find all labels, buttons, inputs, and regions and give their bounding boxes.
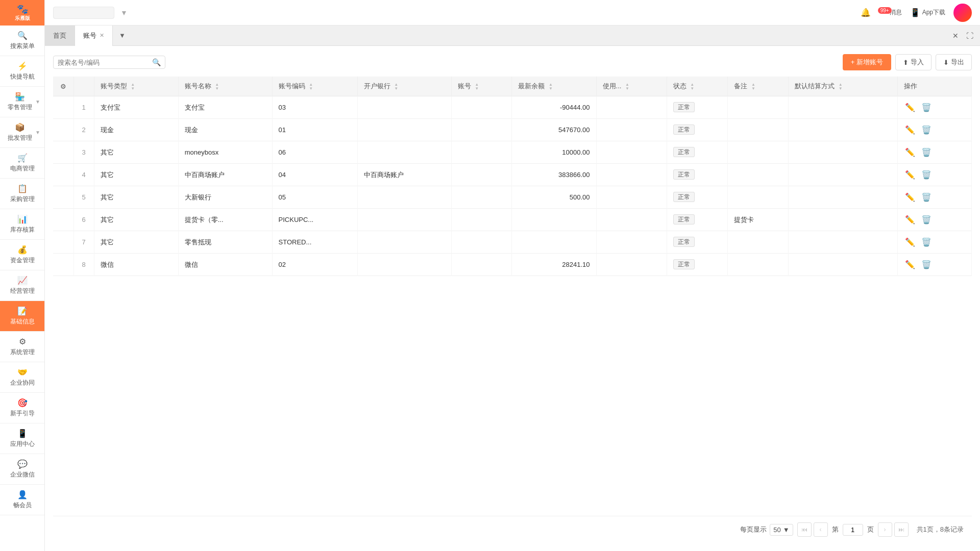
row-code: 05 <box>272 186 357 209</box>
sidebar-item-retail[interactable]: 🏪 零售管理 ▼ <box>0 87 44 117</box>
sidebar-item-label: 系统管理 <box>10 348 35 357</box>
page-number-input[interactable] <box>843 524 863 536</box>
sidebar-item-basic-info[interactable]: 📝 基础信息 <box>0 301 44 332</box>
search-input[interactable] <box>58 59 152 66</box>
sidebar-item-system[interactable]: ⚙ 系统管理 <box>0 332 44 362</box>
edit-button[interactable]: ✏️ <box>904 124 916 136</box>
pagination: 每页显示 50 ▼ ⏮ ‹ 第 页 › ⏭ 共1页，8条记录 <box>53 516 972 543</box>
last-page-button[interactable]: ⏭ <box>894 522 909 537</box>
code-column-header[interactable]: 账号编码 ▲▼ <box>272 77 357 96</box>
delete-button[interactable]: 🗑️ <box>920 259 933 270</box>
close-window-button[interactable]: ✕ <box>949 30 962 42</box>
delete-button[interactable]: 🗑️ <box>920 146 933 158</box>
edit-button[interactable]: ✏️ <box>904 191 916 203</box>
edit-button[interactable]: ✏️ <box>904 259 916 270</box>
tab-account[interactable]: 账号 ✕ <box>75 26 113 46</box>
row-settlement <box>789 96 898 119</box>
sort-icon: ▲▼ <box>215 83 219 91</box>
retail-icon: 🏪 <box>15 92 25 102</box>
tabbar: 首页 账号 ✕ ▼ ✕ ⛶ <box>45 26 980 46</box>
content-area: 🔍 + 新增账号 ⬆ 导入 ⬇ 导出 ⚙ <box>45 46 980 551</box>
sidebar-item-member[interactable]: 👤 畅会员 <box>0 485 44 515</box>
sidebar-item-inventory[interactable]: 📊 库存核算 <box>0 209 44 240</box>
page-navigation: ⏮ ‹ 第 页 › ⏭ <box>797 522 909 537</box>
table-row: 5 其它 大新银行 05 500.00 正常 ✏️ 🗑️ <box>53 186 972 209</box>
row-type: 其它 <box>94 231 178 254</box>
delete-button[interactable]: 🗑️ <box>920 214 933 226</box>
sidebar-item-label: 经营管理 <box>10 287 35 295</box>
row-index: 4 <box>74 164 94 186</box>
row-code: 03 <box>272 96 357 119</box>
sidebar-item-collab[interactable]: 🤝 企业协同 <box>0 362 44 393</box>
edit-button[interactable]: ✏️ <box>904 236 916 248</box>
balance-column-header[interactable]: 最新余额 ▲▼ <box>512 77 596 96</box>
edit-button[interactable]: ✏️ <box>904 214 916 226</box>
sidebar-item-label: 零售管理 <box>8 103 32 112</box>
row-actions: ✏️ 🗑️ <box>898 119 972 141</box>
edit-button[interactable]: ✏️ <box>904 169 916 181</box>
first-page-button[interactable]: ⏮ <box>797 522 812 537</box>
bizwechat-icon: 💬 <box>17 459 28 469</box>
type-column-header[interactable]: 账号类型 ▲▼ <box>94 77 178 96</box>
operations-icon: 📈 <box>17 276 28 285</box>
sidebar: 🐾 乐雁版 🔍 搜索菜单 ⚡ 快捷导航 🏪 零售管理 ▼ 📦 批发管理 ▼ 🛒 … <box>0 0 45 551</box>
export-button[interactable]: ⬇ 导出 <box>936 54 972 70</box>
edit-button[interactable]: ✏️ <box>904 146 916 158</box>
app-icon: 📱 <box>910 8 920 17</box>
prev-page-button[interactable]: ‹ <box>814 522 828 537</box>
ecommerce-icon: 🛒 <box>17 153 28 163</box>
row-balance: -90444.00 <box>512 96 596 119</box>
sidebar-item-wholesale[interactable]: 📦 批发管理 ▼ <box>0 117 44 148</box>
close-tab-icon[interactable]: ✕ <box>100 32 104 39</box>
account-column-header[interactable]: 账号 ▲▼ <box>451 77 512 96</box>
sidebar-item-guide[interactable]: 🎯 新手引导 <box>0 393 44 423</box>
app-download-button[interactable]: 📱 App下载 <box>910 8 945 17</box>
row-note <box>728 119 789 141</box>
sidebar-item-operations[interactable]: 📈 经营管理 <box>0 270 44 301</box>
delete-button[interactable]: 🗑️ <box>920 102 933 113</box>
sidebar-item-appcenter[interactable]: 📱 应用中心 <box>0 423 44 454</box>
delete-button[interactable]: 🗑️ <box>920 124 933 136</box>
tab-home[interactable]: 首页 <box>45 26 75 46</box>
row-usage <box>596 186 667 209</box>
settlement-column-header[interactable]: 默认结算方式 ▲▼ <box>789 77 898 96</box>
collab-icon: 🤝 <box>17 367 28 377</box>
status-column-header[interactable]: 状态 ▲▼ <box>667 77 728 96</box>
next-page-button[interactable]: › <box>878 522 892 537</box>
sidebar-item-purchase[interactable]: 📋 采购管理 <box>0 179 44 209</box>
row-usage <box>596 209 667 231</box>
sidebar-item-finance[interactable]: 💰 资金管理 <box>0 240 44 270</box>
row-gear <box>53 186 74 209</box>
notification-button[interactable]: 🔔 99+ 消息 <box>861 8 902 17</box>
sidebar-item-search[interactable]: 🔍 搜索菜单 <box>0 26 44 56</box>
import-button[interactable]: ⬆ 导入 <box>895 54 932 70</box>
maximize-button[interactable]: ⛶ <box>964 30 976 42</box>
settings-column-header[interactable]: ⚙ <box>53 77 74 96</box>
sidebar-item-quicknav[interactable]: ⚡ 快捷导航 <box>0 56 44 87</box>
usage-column-header[interactable]: 使用... ▲▼ <box>596 77 667 96</box>
row-gear <box>53 231 74 254</box>
sidebar-item-ecommerce[interactable]: 🛒 电商管理 <box>0 148 44 179</box>
delete-button[interactable]: 🗑️ <box>920 191 933 203</box>
row-code: 02 <box>272 254 357 276</box>
row-name: 提货卡（零... <box>178 209 272 231</box>
page-size-dropdown[interactable]: 50 ▼ <box>770 524 793 536</box>
edit-button[interactable]: ✏️ <box>904 102 916 113</box>
row-status: 正常 <box>667 209 728 231</box>
sort-icon: ▲▼ <box>751 83 755 91</box>
note-column-header[interactable]: 备注 ▲▼ <box>728 77 789 96</box>
tab-expand-button[interactable]: ▼ <box>113 26 132 46</box>
wholesale-content: 📦 批发管理 <box>4 122 35 142</box>
sidebar-item-bizwechat[interactable]: 💬 企业微信 <box>0 454 44 485</box>
topbar-search-input[interactable] <box>59 9 110 16</box>
dropdown-icon[interactable]: ▼ <box>120 9 128 17</box>
add-account-button[interactable]: + 新增账号 <box>843 54 891 70</box>
row-bank <box>357 96 451 119</box>
system-icon: ⚙ <box>19 337 26 346</box>
delete-button[interactable]: 🗑️ <box>920 169 933 181</box>
user-avatar[interactable] <box>953 4 972 22</box>
name-column-header[interactable]: 账号名称 ▲▼ <box>178 77 272 96</box>
delete-button[interactable]: 🗑️ <box>920 236 933 248</box>
bank-column-header[interactable]: 开户银行 ▲▼ <box>357 77 451 96</box>
row-account <box>451 209 512 231</box>
